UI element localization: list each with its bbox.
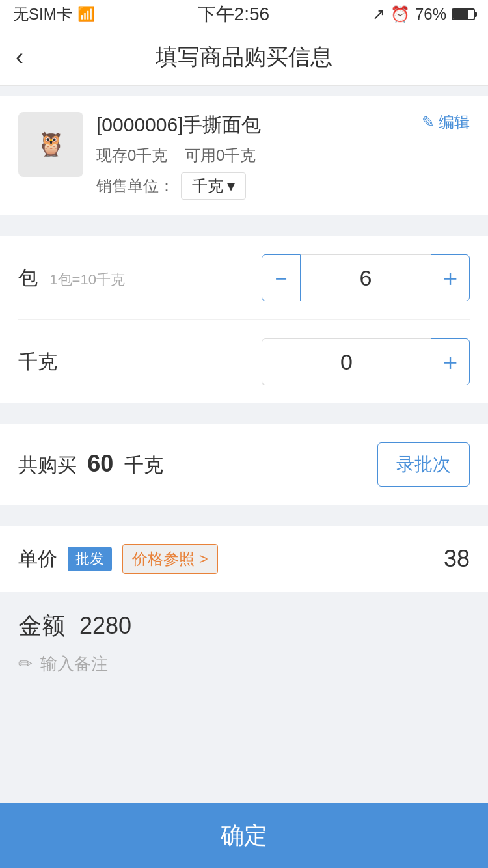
kg-input[interactable]	[262, 338, 431, 385]
amount-value: 2280	[79, 612, 131, 639]
bao-input[interactable]	[301, 254, 431, 301]
kg-label: 千克	[18, 349, 262, 375]
product-stock: 现存0千克 可用0千克	[96, 145, 409, 166]
amount-label: 金额	[18, 612, 65, 639]
product-image: 🦉	[18, 112, 83, 177]
bao-increment-button[interactable]: ＋	[431, 254, 470, 301]
product-card: 🦉 [0000006]手撕面包 现存0千克 可用0千克 销售单位： 千克 ▾ ✎…	[0, 96, 488, 215]
pencil-icon: ✏	[18, 654, 33, 674]
price-reference-button[interactable]: 价格参照 >	[122, 544, 218, 574]
product-unit-row: 销售单位： 千克 ▾	[96, 172, 409, 200]
kg-row: 千克 ＋	[18, 320, 470, 403]
back-button[interactable]: ‹	[16, 44, 23, 71]
total-text: 共购买 60 千克	[18, 450, 163, 479]
unit-value: 千克	[192, 176, 223, 197]
bao-row: 包 1包=10千克 － ＋	[18, 236, 470, 320]
kg-controls: ＋	[262, 338, 470, 385]
status-right: ↗ ⏰ 76%	[372, 5, 475, 23]
status-time: 下午2:56	[198, 2, 270, 27]
price-value: 38	[444, 545, 470, 573]
kg-increment-button[interactable]: ＋	[431, 338, 470, 385]
battery-percent: 76%	[415, 5, 446, 23]
edit-label: 编辑	[439, 112, 470, 133]
total-unit: 千克	[124, 454, 163, 476]
bao-label: 包 1包=10千克	[18, 265, 262, 292]
divider-4	[0, 515, 488, 526]
price-section: 单价 批发 价格参照 > 38	[0, 526, 488, 592]
note-row[interactable]: ✏ 输入备注	[18, 653, 470, 675]
unit-label: 销售单位：	[96, 176, 174, 197]
product-info: [0000006]手撕面包 现存0千克 可用0千克 销售单位： 千克 ▾	[96, 112, 409, 200]
divider-3	[0, 414, 488, 424]
price-row: 单价 批发 价格参照 > 38	[18, 544, 470, 574]
status-bar: 无SIM卡 📶 下午2:56 ↗ ⏰ 76%	[0, 0, 488, 29]
quantity-section: 包 1包=10千克 － ＋ 千克 ＋	[0, 236, 488, 403]
available-text: 可用0千克	[185, 146, 256, 164]
page-title: 填写商品购买信息	[156, 42, 332, 72]
chevron-down-icon: ▾	[227, 177, 235, 195]
alarm-icon: ⏰	[390, 5, 410, 23]
edit-button[interactable]: ✎ 编辑	[422, 112, 470, 133]
edit-icon: ✎	[422, 113, 435, 131]
amount-section: 金额 2280 ✏ 输入备注	[0, 592, 488, 694]
total-label: 共购买	[18, 454, 77, 476]
wifi-icon: 📶	[77, 6, 95, 23]
price-label: 单价	[18, 546, 57, 573]
carrier-text: 无SIM卡	[13, 4, 72, 25]
stock-text: 现存0千克	[96, 146, 167, 164]
location-icon: ↗	[372, 5, 385, 23]
confirm-button[interactable]: 确定	[0, 803, 488, 868]
content-spacer	[0, 694, 488, 803]
divider-2	[0, 226, 488, 236]
battery-icon	[452, 8, 475, 20]
bao-decrement-button[interactable]: －	[262, 254, 301, 301]
product-logo-icon: 🦉	[36, 131, 66, 158]
unit-select[interactable]: 千克 ▾	[181, 172, 246, 200]
note-placeholder: 输入备注	[40, 653, 108, 675]
nav-bar: ‹ 填写商品购买信息	[0, 29, 488, 86]
product-name: [0000006]手撕面包	[96, 112, 409, 139]
bao-controls: － ＋	[262, 254, 470, 301]
batch-button[interactable]: 录批次	[377, 442, 470, 487]
status-left: 无SIM卡 📶	[13, 4, 95, 25]
total-value: 60	[87, 450, 113, 477]
divider-1	[0, 86, 488, 96]
amount-row: 金额 2280	[18, 610, 470, 642]
total-section: 共购买 60 千克 录批次	[0, 424, 488, 505]
price-tag-badge: 批发	[68, 547, 112, 571]
bao-hint: 1包=10千克	[49, 271, 125, 288]
